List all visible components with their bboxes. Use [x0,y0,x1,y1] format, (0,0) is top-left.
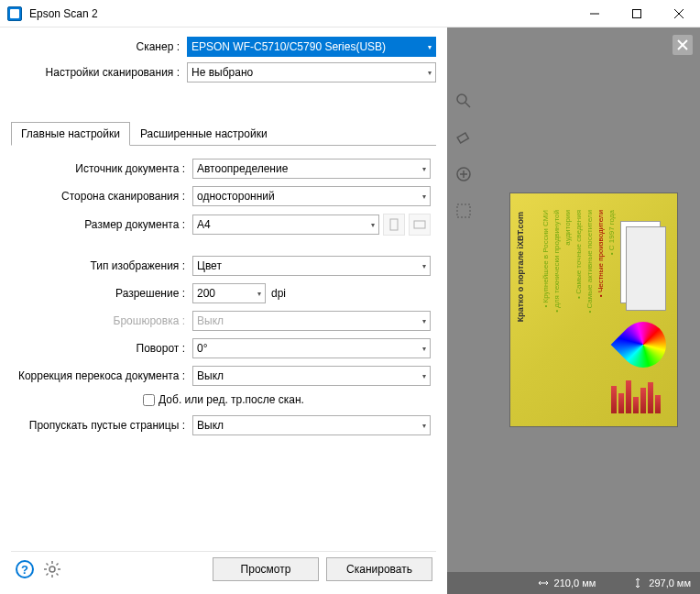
orientation-landscape-button[interactable] [409,214,431,236]
status-height: 297,0 мм [649,578,691,588]
side-select[interactable]: односторонний▾ [192,186,431,206]
settings-button[interactable] [42,559,62,579]
add-edit-checkbox[interactable] [143,394,155,406]
deskew-value: Выкл [197,369,224,382]
skipblank-label: Пропускать пустые страницы : [16,419,192,432]
svg-line-13 [47,564,49,566]
status-width: 210,0 мм [554,578,596,588]
stitch-select: Выкл▾ [192,311,431,331]
preview-button[interactable]: Просмотр [213,557,319,581]
stitch-value: Выкл [197,314,224,327]
marquee-tool-icon[interactable] [454,202,473,220]
app-icon [7,6,22,21]
resolution-unit: dpi [271,287,286,300]
deskew-select[interactable]: Выкл▾ [192,366,431,386]
width-icon [538,578,549,588]
orientation-portrait-button[interactable] [383,214,405,236]
scanner-label: Сканер : [11,40,187,53]
svg-text:?: ? [21,563,28,577]
svg-line-15 [47,574,49,576]
skipblank-select[interactable]: Выкл▾ [192,415,431,435]
eraser-tool-icon[interactable] [454,128,473,147]
source-label: Источник документа : [16,162,192,175]
svg-point-8 [49,566,55,572]
resolution-select[interactable]: 200▾ [192,283,266,303]
side-label: Сторона сканирования : [16,190,192,203]
add-edit-label[interactable]: Доб. или ред. тр.после скан. [159,393,304,406]
svg-rect-21 [457,133,468,143]
rotate-label: Поворот : [16,342,192,355]
resolution-label: Разрешение : [16,287,192,300]
skipblank-value: Выкл [197,419,224,432]
preview-thumbnail[interactable]: Кратко о портале iXBT.com • Крупнейшее в… [509,192,678,427]
zoom-tool-icon[interactable] [454,92,473,110]
svg-rect-25 [457,204,470,217]
svg-point-19 [457,94,466,104]
minimize-button[interactable] [574,0,616,28]
tab-advanced[interactable]: Расширенные настройки [130,122,278,146]
svg-rect-4 [390,219,398,230]
source-value: Автоопределение [197,162,288,175]
help-button[interactable]: ? [15,559,35,579]
svg-line-14 [57,574,59,576]
tab-main[interactable]: Главные настройки [11,122,130,146]
svg-rect-5 [414,221,425,228]
scan-settings-value: Не выбрано [191,66,253,79]
preview-close-button[interactable] [673,35,693,55]
scanner-value: EPSON WF-C5710/C5790 Series(USB) [191,40,386,53]
source-select[interactable]: Автоопределение▾ [192,159,431,179]
close-button[interactable] [658,0,700,28]
imgtype-label: Тип изображения : [16,259,192,272]
scan-settings-select[interactable]: Не выбрано ▾ [187,62,436,82]
add-tool-icon[interactable] [454,165,473,183]
scanner-select[interactable]: EPSON WF-C5710/C5790 Series(USB) ▾ [187,37,436,57]
rotate-value: 0° [197,342,207,355]
size-select[interactable]: A4▾ [192,214,379,235]
scan-button[interactable]: Сканировать [326,557,432,581]
preview-statusbar: 210,0 мм 297,0 мм [447,572,700,594]
size-label: Размер документа : [16,218,192,231]
rotate-select[interactable]: 0°▾ [192,338,431,358]
window-title: Epson Scan 2 [29,7,574,20]
svg-rect-1 [633,9,641,17]
size-value: A4 [197,218,211,231]
resolution-value: 200 [197,287,215,300]
imgtype-value: Цвет [197,259,222,272]
side-value: односторонний [197,190,275,203]
height-icon [632,578,643,588]
maximize-button[interactable] [616,0,658,28]
stitch-label: Брошюровка : [16,314,192,327]
scan-settings-label: Настройки сканирования : [11,66,187,79]
deskew-label: Коррекция перекоса документа : [16,369,192,382]
svg-line-16 [57,564,59,566]
svg-line-20 [465,103,470,107]
imgtype-select[interactable]: Цвет▾ [192,256,431,276]
